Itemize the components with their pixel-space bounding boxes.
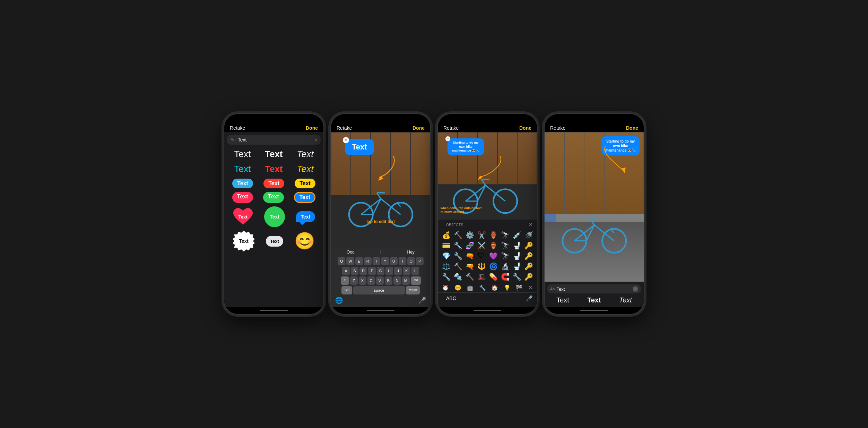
key-o[interactable]: O: [407, 257, 415, 265]
emoji-smiley[interactable]: 😊: [294, 231, 315, 251]
home-indicator-3: [438, 307, 537, 314]
flags-icon[interactable]: 🏁: [516, 284, 523, 291]
done-button-3[interactable]: Done: [519, 125, 531, 131]
burst-badge[interactable]: Text: [233, 231, 255, 251]
key-m[interactable]: M: [402, 276, 410, 285]
svg-line-13: [466, 186, 485, 202]
key-u[interactable]: U: [390, 257, 398, 265]
orange-arrow-4: [599, 143, 626, 174]
close-button[interactable]: ×: [314, 137, 317, 143]
key-r[interactable]: R: [364, 257, 372, 265]
status-bar-4: [545, 114, 644, 124]
retake-button-3[interactable]: Retake: [443, 125, 459, 131]
recent-icon[interactable]: ⏰: [442, 284, 449, 291]
key-l[interactable]: L: [411, 267, 419, 275]
close-button-4[interactable]: ×: [633, 286, 638, 292]
key-v[interactable]: V: [376, 276, 384, 285]
key-shift[interactable]: ⇧: [341, 276, 349, 285]
objects-close-icon[interactable]: ✕: [529, 222, 533, 227]
badge-pink[interactable]: Text: [232, 192, 253, 203]
symbols-icon[interactable]: 💡: [504, 284, 511, 291]
key-t[interactable]: T: [373, 257, 380, 265]
svg-line-15: [477, 186, 485, 202]
phone2-wrapper: Retake Done: [330, 113, 431, 315]
done-button-2[interactable]: Done: [413, 125, 425, 131]
key-c[interactable]: C: [367, 276, 375, 285]
tap-hint-2: tap to edit text: [366, 219, 395, 224]
text-red[interactable]: Text: [265, 164, 283, 174]
objects-grid: 💰 🔨 ⚙️ ✂️ 🏺 🔭 💉 🚿 💳 🔧 🧬 ⚔️: [438, 229, 537, 283]
key-d[interactable]: D: [359, 267, 367, 275]
keyboard-2[interactable]: Ooo I Hey Q W E R T Y U I: [331, 247, 430, 307]
key-return[interactable]: return: [406, 286, 420, 294]
retake-button-2[interactable]: Retake: [337, 125, 352, 131]
key-h[interactable]: H: [385, 267, 393, 275]
retake-button-4[interactable]: Retake: [550, 125, 565, 131]
search-bar-p4[interactable]: Aa Text ×: [547, 284, 641, 293]
text-style-search-bar[interactable]: Aa Text ×: [227, 135, 321, 145]
abc-label[interactable]: ABC: [442, 293, 460, 303]
done-button-1[interactable]: Done: [306, 125, 318, 131]
text-plain[interactable]: Text: [234, 149, 251, 160]
speech-bubble-badge[interactable]: Text: [296, 211, 315, 222]
emoji-icon-panel[interactable]: 😊: [454, 284, 461, 291]
bubble-close-3[interactable]: ×: [445, 136, 450, 141]
phone3-content: Starting to do my own bike maintenance 😎…: [438, 132, 537, 307]
text-style-label: Text: [238, 137, 314, 143]
svg-line-26: [590, 219, 594, 225]
camera-half-3: Starting to do my own bike maintenance 😎…: [438, 132, 537, 220]
key-q[interactable]: Q: [338, 257, 345, 265]
key-w[interactable]: W: [346, 257, 354, 265]
key-g[interactable]: G: [377, 267, 384, 275]
mic-icon[interactable]: 🎤: [418, 297, 426, 304]
badge-yellow[interactable]: Text: [295, 179, 315, 188]
key-n[interactable]: N: [393, 276, 401, 285]
key-space[interactable]: space: [353, 286, 405, 294]
text-yellow[interactable]: Text: [297, 164, 313, 174]
keyboard-row-bottom: 123 space return: [331, 285, 430, 295]
key-e[interactable]: E: [355, 257, 363, 265]
mic-icon-objects[interactable]: 🎤: [526, 295, 533, 302]
key-delete[interactable]: ⌫: [411, 276, 421, 285]
places-icon[interactable]: 🏠: [491, 284, 498, 291]
badge-blue-outline[interactable]: Text: [294, 192, 315, 203]
key-i[interactable]: I: [399, 257, 406, 265]
key-k[interactable]: K: [403, 267, 410, 275]
key-j[interactable]: J: [394, 267, 402, 275]
text-bold[interactable]: Text: [265, 149, 283, 160]
retake-button-1[interactable]: Retake: [230, 125, 245, 131]
key-y[interactable]: Y: [381, 257, 389, 265]
key-s[interactable]: S: [351, 267, 358, 275]
text-plain-4[interactable]: Text: [556, 296, 569, 304]
text-italic[interactable]: Text: [297, 149, 313, 160]
orange-arrow-3: [476, 153, 504, 181]
green-circle-badge[interactable]: Text: [264, 206, 285, 227]
cloud-badge[interactable]: Text: [266, 236, 283, 247]
globe-icon[interactable]: 🌐: [335, 297, 343, 304]
badge-cyan[interactable]: Text: [232, 179, 253, 188]
text-bubble-2[interactable]: Text: [345, 139, 374, 155]
key-p[interactable]: P: [416, 257, 424, 265]
key-f[interactable]: F: [368, 267, 376, 275]
text-italic-4[interactable]: Text: [619, 296, 632, 304]
objects-icon[interactable]: 🔧: [479, 284, 486, 291]
bubble-close-2[interactable]: ×: [343, 137, 349, 143]
done-button-4[interactable]: Done: [626, 125, 638, 131]
screenshots-container: Retake Done Aa Text × Text Text Text: [224, 113, 644, 315]
badge-red[interactable]: Text: [263, 179, 284, 188]
badge-green[interactable]: Text: [263, 192, 284, 203]
key-b[interactable]: B: [385, 276, 392, 285]
phone4-wrapper: Retake Done: [544, 113, 644, 315]
text-cyan[interactable]: Text: [234, 164, 251, 174]
key-z[interactable]: Z: [350, 276, 358, 285]
svg-line-22: [574, 225, 594, 241]
key-x[interactable]: X: [359, 276, 366, 285]
key-123[interactable]: 123: [341, 286, 352, 294]
aa-icon-4: Aa: [550, 287, 555, 291]
text-bold-4[interactable]: Text: [587, 296, 601, 304]
panel-close-icon[interactable]: ✕: [528, 284, 533, 291]
phone2: Retake Done: [330, 113, 431, 315]
people-icon[interactable]: 🤖: [467, 284, 474, 291]
heart-badge[interactable]: Text: [233, 207, 253, 226]
key-a[interactable]: A: [342, 267, 350, 275]
